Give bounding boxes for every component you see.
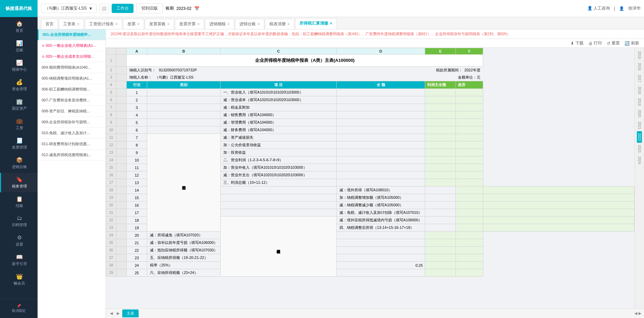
row-item-6[interactable]: 减：财务费用（填写A104000） (221, 126, 337, 134)
row-item-25[interactable]: 六、应纳所得税额（23×24） (147, 269, 221, 277)
row-diff-6[interactable] (456, 126, 483, 134)
sidebar-item-archive[interactable]: 🗂 归档管理 (0, 212, 38, 231)
report-item-005[interactable]: 005-纳税调整项目明细表(A1... (38, 73, 106, 84)
row-item-2[interactable]: 减：营业成本（填写A102010\102020\103000） (221, 96, 337, 104)
sidebar-item-assets[interactable]: 🏢 固定资产 (0, 95, 38, 114)
sidebar-item-settle[interactable]: 📋 结账 (0, 192, 38, 212)
row-profit-12[interactable] (425, 171, 456, 179)
sheet-tab-主表[interactable]: 主表 (122, 309, 139, 317)
year-item-2018[interactable]: 2018 (637, 84, 642, 96)
row-item-18[interactable]: 减：境外应税所得抵减境内亏损（填写A108000） (337, 217, 425, 224)
row-amount-3[interactable] (337, 104, 425, 111)
row-item-1[interactable]: 一、营业收入（填写A101010\101020\103000） (221, 89, 337, 96)
print-button[interactable]: 🖨 打印 (588, 40, 602, 46)
year-item-2021[interactable]: 2021 (637, 120, 642, 131)
refresh-button[interactable]: 🔄 刷新 (625, 40, 639, 46)
row-amount-6[interactable] (337, 126, 425, 134)
tab-close-icon[interactable]: ✕ (137, 22, 140, 26)
row-item-22[interactable]: 减：抵扣应纳税所得额（填写A107030） (147, 247, 221, 254)
row-item-12[interactable]: 减：营业外支出（填写A102010\102020\103000） (221, 171, 337, 179)
sidebar-item-tax[interactable]: 🔖 税务管理 (0, 173, 38, 192)
tab-首页[interactable]: 首页 (41, 19, 58, 29)
row-profit-3[interactable] (425, 104, 456, 111)
sidebar-item-ledger[interactable]: 📊 总账 (0, 37, 38, 56)
row-profit-18[interactable] (456, 217, 483, 224)
row-line-2[interactable]: 2 (127, 96, 147, 104)
tab-发票开票[interactable]: 发票开票✕ (175, 19, 204, 29)
row-item-9[interactable]: 加：投资收益 (221, 149, 337, 156)
report-item-012[interactable]: 012-减免所得税优惠明细表(... (38, 150, 106, 161)
sidebar-item-guide[interactable]: 📖 新手引导 (0, 250, 38, 270)
row-item-14[interactable]: 减：境外所得（填写A108010） (337, 186, 425, 194)
year-item-2022[interactable]: 2022 (637, 131, 642, 143)
row-amount-8[interactable] (337, 141, 425, 149)
row-diff-12[interactable] (456, 171, 483, 179)
row-profit-15[interactable] (456, 194, 483, 202)
tab-进销台账[interactable]: 进销台账✕ (235, 19, 264, 29)
row-amount-13[interactable] (337, 179, 425, 186)
row-diff-3[interactable] (456, 104, 483, 111)
report-item-011[interactable]: 011-研发费用加计扣除优惠... (38, 139, 106, 150)
row-item-10[interactable]: 二、营业利润（1-2-3-4-5-6-7-8+9） (221, 156, 337, 164)
row-profit-22[interactable] (425, 247, 456, 254)
row-diff-21[interactable] (456, 239, 483, 247)
row-diff-14[interactable] (483, 186, 634, 194)
row-diff-25[interactable] (456, 269, 483, 277)
row-item-8[interactable]: 加：公允价值变动收益 (221, 141, 337, 149)
sidebar-item-settings[interactable]: ⚙ 设置 (0, 231, 38, 250)
row-diff-20[interactable] (456, 232, 483, 239)
row-diff-22[interactable] (456, 247, 483, 254)
row-line-4[interactable]: 4 (127, 111, 147, 119)
row-line-22[interactable]: 22 (127, 247, 147, 254)
row-amount-18[interactable] (425, 217, 456, 224)
row-item-3[interactable]: 减：税金及附加 (221, 104, 337, 111)
row-amount-14[interactable] (425, 186, 456, 194)
row-line-12[interactable]: 12 (127, 171, 147, 179)
report-item-004[interactable]: 004-期间费用明细表(A1040... (38, 62, 106, 73)
row-line-17[interactable]: 17 (127, 209, 147, 217)
row-line-9[interactable]: 9 (127, 149, 147, 156)
row-amount-17[interactable] (425, 209, 456, 217)
row-diff-15[interactable] (483, 194, 634, 202)
row-profit-23[interactable] (425, 254, 456, 262)
row-amount-15[interactable] (425, 194, 456, 202)
row-diff-13[interactable] (456, 179, 483, 186)
tab-进销稽核[interactable]: 进销稽核✕ (205, 19, 234, 29)
row-item-7[interactable]: 减：资产减值损失 (221, 134, 337, 141)
report-item-001[interactable]: 001-企业所得税年度纳税申... (38, 29, 106, 40)
scroll-left-btn[interactable]: ◀ (634, 311, 637, 316)
row-item-4[interactable]: 减：销售费用（填写A104000） (221, 111, 337, 119)
row-amount-5[interactable] (337, 119, 425, 126)
row-item-21[interactable]: 减：弥补以前年度亏损（填写A106000） (147, 239, 221, 247)
row-diff-5[interactable] (456, 119, 483, 126)
sheet-nav-right[interactable]: ▶ (115, 310, 121, 316)
row-profit-2[interactable] (425, 96, 456, 104)
row-item-13[interactable]: 三、利润总额（10+11-12） (221, 179, 337, 186)
row-line-10[interactable]: 10 (127, 156, 147, 164)
tab-所得税汇算清缴[interactable]: 所得税汇算清缴✕ (295, 18, 337, 29)
row-profit-6[interactable] (425, 126, 456, 134)
report-item-010[interactable]: 010-免税、减计收入及加计... (38, 128, 106, 139)
row-line-18[interactable]: 18 (127, 217, 147, 224)
year-item-2016[interactable]: 2016 (637, 61, 642, 72)
tab-close-icon[interactable]: ✕ (167, 22, 170, 26)
year-item-2023[interactable]: 2023 (637, 143, 642, 154)
row-diff-23[interactable] (456, 254, 483, 262)
row-profit-5[interactable] (425, 119, 456, 126)
year-item-2024[interactable]: 2024 (637, 154, 642, 166)
row-amount-22[interactable] (337, 247, 425, 254)
row-line-11[interactable]: 11 (127, 164, 147, 171)
reset-button[interactable]: ↺ 重置 (607, 40, 620, 46)
row-amount-24[interactable]: 0.25 (337, 262, 425, 269)
row-line-8[interactable]: 8 (127, 141, 147, 149)
row-item-15[interactable]: 加：纳税调整增加额（填写A105000） (337, 194, 425, 202)
copy-icon[interactable]: ⬜ (99, 4, 109, 13)
year-item-2017[interactable]: 2017 (637, 73, 642, 84)
row-item-11[interactable]: 加：营业外收入（填写A101010\101020\103000） (221, 164, 337, 171)
tab-close-icon[interactable]: ✕ (197, 22, 200, 26)
pin-button[interactable]: 📌 取消固定 (0, 302, 38, 315)
row-line-21[interactable]: 21 (127, 239, 147, 247)
row-diff-9[interactable] (456, 149, 483, 156)
row-amount-11[interactable] (337, 164, 425, 171)
row-amount-19[interactable] (425, 224, 456, 232)
